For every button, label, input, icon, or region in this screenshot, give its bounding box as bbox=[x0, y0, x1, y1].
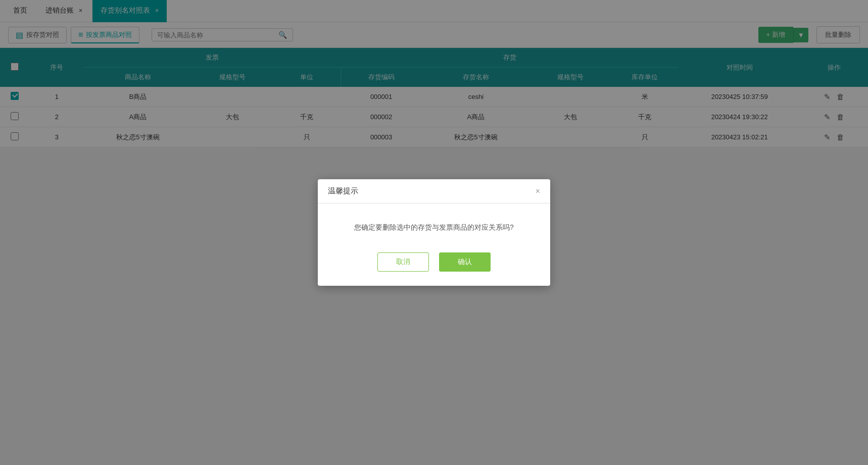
dialog-message: 您确定要删除选中的存货与发票商品的对应关系吗? bbox=[354, 223, 514, 231]
dialog-close-btn[interactable]: × bbox=[536, 187, 540, 196]
btn-confirm[interactable]: 确认 bbox=[439, 252, 491, 272]
dialog-footer: 取消 确认 bbox=[318, 247, 550, 286]
dialog-header: 温馨提示 × bbox=[318, 179, 550, 203]
btn-cancel[interactable]: 取消 bbox=[377, 252, 429, 272]
btn-confirm-label: 确认 bbox=[458, 257, 472, 266]
dialog-body: 您确定要删除选中的存货与发票商品的对应关系吗? bbox=[318, 203, 550, 247]
dialog-overlay: 温馨提示 × 您确定要删除选中的存货与发票商品的对应关系吗? 取消 确认 bbox=[0, 0, 868, 465]
btn-cancel-label: 取消 bbox=[396, 257, 410, 266]
dialog-title: 温馨提示 bbox=[328, 186, 358, 196]
confirm-dialog: 温馨提示 × 您确定要删除选中的存货与发票商品的对应关系吗? 取消 确认 bbox=[318, 179, 550, 285]
